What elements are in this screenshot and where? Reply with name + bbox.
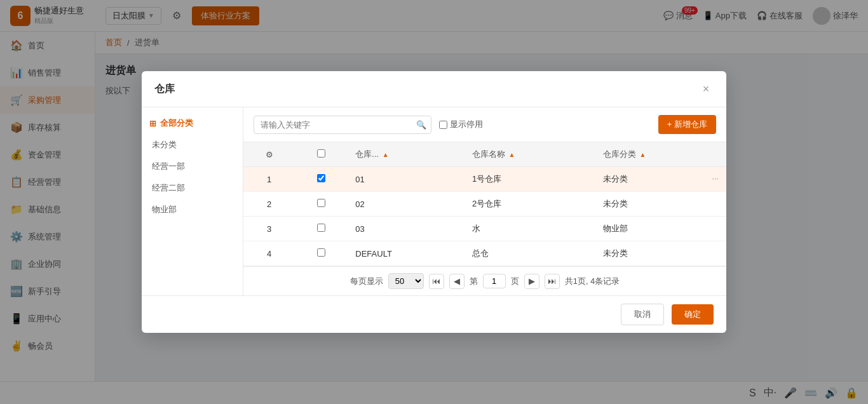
modal-search-bar: 🔍 显示停用 + 新增仓库 (243, 107, 726, 142)
row-name: 2号仓库 (465, 192, 595, 217)
category-all-label: 全部分类 (160, 118, 193, 129)
row-num: 3 (243, 217, 295, 241)
row-checkbox-cell (295, 167, 348, 192)
page-suffix: 页 (511, 276, 519, 287)
modal-header: 仓库 × (142, 71, 726, 107)
table-row[interactable]: 2 02 2号仓库 未分类 (243, 192, 726, 217)
show-disabled-checkbox-label[interactable]: 显示停用 (439, 119, 483, 130)
sort-icon-code: ▲ (383, 151, 389, 158)
row-category: 物业部 (595, 217, 726, 241)
next-page-btn[interactable]: ▶ (524, 274, 539, 289)
page-number-input[interactable] (483, 274, 506, 288)
row-checkbox-cell (295, 217, 348, 241)
add-warehouse-button[interactable]: + 新增仓库 (658, 115, 716, 134)
row-code: DEFAULT (348, 241, 465, 266)
show-disabled-label: 显示停用 (450, 119, 483, 130)
total-info: 共1页, 4条记录 (565, 276, 620, 287)
row-code: 01 (348, 167, 465, 192)
warehouse-table-wrap: ⚙ 仓库... ▲ 仓库名称 (243, 142, 726, 266)
col-code[interactable]: 仓库... ▲ (348, 142, 465, 167)
category-item-ops1[interactable]: 经营一部 (142, 156, 243, 177)
warehouse-modal: 仓库 × ⊞ 全部分类 未分类 经营一部 经营二部 物业部 « (142, 71, 726, 333)
col-category[interactable]: 仓库分类 ▲ (595, 142, 726, 167)
confirm-button[interactable]: 确定 (672, 304, 714, 325)
category-item-unclassified[interactable]: 未分类 (142, 134, 243, 156)
modal-body: ⊞ 全部分类 未分类 经营一部 经营二部 物业部 « 🔍 (142, 107, 726, 295)
row-code: 03 (348, 217, 465, 241)
sort-icon-category: ▲ (640, 151, 646, 158)
row-checkbox[interactable] (317, 248, 325, 257)
category-collapse-btn[interactable]: « (243, 189, 243, 214)
row-name: 1号仓库 (465, 167, 595, 192)
row-num: 2 (243, 192, 295, 217)
modal-close-button[interactable]: × (698, 81, 714, 97)
row-category: 未分类 (595, 192, 726, 217)
modal-footer: 取消 确定 (142, 295, 726, 333)
row-code: 02 (348, 192, 465, 217)
table-row[interactable]: 3 03 水 物业部 (243, 217, 726, 241)
category-panel: ⊞ 全部分类 未分类 经营一部 经营二部 物业部 « (142, 107, 243, 295)
per-page-label: 每页显示 (350, 276, 383, 287)
sort-icon-name: ▲ (509, 151, 515, 158)
col-name[interactable]: 仓库名称 ▲ (465, 142, 595, 167)
row-num: 4 (243, 241, 295, 266)
row-name: 总仓 (465, 241, 595, 266)
modal-title: 仓库 (154, 83, 175, 96)
col-name-label: 仓库名称 (472, 149, 505, 159)
last-page-btn[interactable]: ⏭ (545, 274, 560, 289)
page-size-select[interactable]: 50 100 200 (388, 273, 424, 289)
row-checkbox-cell (295, 192, 348, 217)
row-num: 1 (243, 167, 295, 192)
category-all-item[interactable]: ⊞ 全部分类 (142, 112, 243, 134)
row-category: 未分类 (595, 241, 726, 266)
table-header: ⚙ 仓库... ▲ 仓库名称 (243, 142, 726, 167)
row-category: 未分类 ··· (595, 167, 726, 192)
search-input-wrap: 🔍 (254, 116, 431, 134)
show-disabled-checkbox[interactable] (439, 121, 447, 129)
grid-icon: ⊞ (149, 119, 156, 128)
category-item-property[interactable]: 物业部 (142, 199, 243, 220)
cancel-button[interactable]: 取消 (621, 304, 664, 325)
col-settings: ⚙ (243, 142, 295, 167)
row-actions-icon[interactable]: ··· (712, 173, 719, 183)
pagination: 每页显示 50 100 200 ⏮ ◀ 第 页 ▶ ⏭ 共 (243, 266, 726, 295)
modal-overlay: 仓库 × ⊞ 全部分类 未分类 经营一部 经营二部 物业部 « (0, 0, 868, 404)
warehouse-table: ⚙ 仓库... ▲ 仓库名称 (243, 142, 726, 266)
col-settings-icon: ⚙ (266, 150, 273, 159)
category-item-ops2[interactable]: 经营二部 (142, 177, 243, 199)
prev-page-btn[interactable]: ◀ (449, 274, 465, 289)
first-page-btn[interactable]: ⏮ (429, 274, 444, 289)
row-name: 水 (465, 217, 595, 241)
search-icon[interactable]: 🔍 (416, 120, 426, 130)
row-checkbox[interactable] (317, 174, 325, 182)
col-code-label: 仓库... (355, 149, 379, 159)
row-checkbox[interactable] (317, 224, 325, 232)
search-input[interactable] (254, 116, 431, 134)
row-checkbox-cell (295, 241, 348, 266)
row-checkbox[interactable] (317, 199, 325, 207)
col-checkbox (295, 142, 348, 167)
page-size-dropdown[interactable]: 50 100 200 (388, 273, 424, 289)
table-body: 1 01 1号仓库 未分类 ··· (243, 167, 726, 266)
select-all-checkbox[interactable] (317, 149, 325, 158)
table-row[interactable]: 4 DEFAULT 总仓 未分类 (243, 241, 726, 266)
modal-main-panel: 🔍 显示停用 + 新增仓库 ⚙ (243, 107, 726, 295)
col-category-label: 仓库分类 (603, 149, 636, 159)
page-prefix: 第 (470, 276, 478, 287)
table-row[interactable]: 1 01 1号仓库 未分类 ··· (243, 167, 726, 192)
